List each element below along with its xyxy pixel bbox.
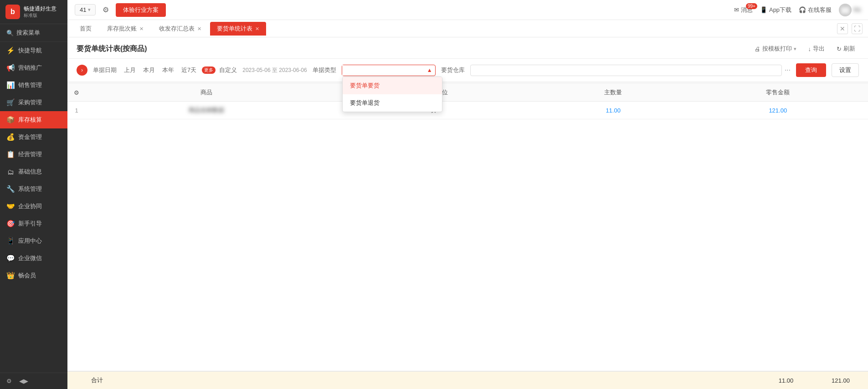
sidebar-settings-button[interactable]: ⚙	[6, 378, 12, 384]
filter-bar: › 单据日期 上月 本月 本年 近7天 更多 自定义 2023-05-06 至 …	[67, 59, 868, 82]
sidebar-item-quick-nav[interactable]: ⚡ 快捷导航	[0, 42, 67, 59]
service-label: 在线客服	[808, 6, 832, 14]
sidebar-logo: b 畅捷通好生意 标准版	[0, 0, 67, 24]
export-button[interactable]: ↓ 导出	[805, 43, 829, 55]
sidebar-item-apps[interactable]: 📱 应用中心	[0, 232, 67, 250]
user-menu-button[interactable]: ▓▓ Rit	[839, 4, 861, 16]
data-table: ⚙ 商品 主计量单位 主数量 零售金额 1 商品名称数据 块 11.00	[67, 84, 868, 119]
messages-button[interactable]: ✉ 消息 99+	[734, 6, 753, 14]
date-shortcuts: 上月 本月 本年 近7天 更多 自定义	[122, 65, 237, 75]
sidebar-item-guide[interactable]: 🎯 新手引导	[0, 215, 67, 232]
sidebar-item-marketing[interactable]: 📢 营销推广	[0, 59, 67, 77]
sidebar-item-label: 应用中心	[18, 237, 42, 245]
refresh-icon: ↻	[837, 46, 842, 52]
table-row: 1 商品名称数据 块 11.00 121.00	[67, 102, 868, 119]
tab-home-label: 首页	[80, 25, 92, 33]
store-selector[interactable]: 41 ▾	[75, 4, 96, 15]
close-all-tabs-button[interactable]: ✕	[837, 23, 848, 34]
filter-more-button[interactable]: ···	[785, 66, 791, 74]
date-this-year-button[interactable]: 本年	[160, 65, 176, 75]
sidebar-item-sales[interactable]: 📊 销售管理	[0, 77, 67, 94]
row-quantity[interactable]: 11.00	[539, 102, 688, 119]
sidebar-item-label: 采购管理	[18, 98, 42, 107]
dropdown-item-label: 要货单退货	[350, 99, 380, 106]
app-download-button[interactable]: 📱 App下载	[760, 6, 791, 14]
page-title: 要货单统计表(按商品)	[77, 44, 147, 54]
sidebar-item-label: 经营管理	[18, 150, 42, 159]
print-button[interactable]: 🖨 按模板打印 ▾	[751, 43, 800, 55]
guide-icon: 🎯	[6, 220, 15, 228]
sidebar-item-label: 新手引导	[18, 220, 42, 228]
sidebar-item-finance[interactable]: 💰 资金管理	[0, 128, 67, 146]
sidebar-item-cooperation[interactable]: 🤝 企业协同	[0, 198, 67, 215]
table-col-quantity: 主数量	[539, 84, 688, 102]
date-last-7-days-button[interactable]: 近7天	[180, 65, 198, 75]
tab-receive-send-close[interactable]: ✕	[197, 26, 201, 31]
query-button[interactable]: 查询	[796, 63, 826, 77]
user-avatar: ▓▓	[839, 4, 852, 16]
tab-requisition-stats[interactable]: 要货单统计表 ✕	[210, 22, 266, 36]
sidebar-search-label: 搜索菜单	[16, 29, 40, 37]
trial-button[interactable]: 体验行业方案	[116, 3, 166, 17]
sidebar-item-wechat[interactable]: 💬 企业微信	[0, 250, 67, 267]
date-this-month-button[interactable]: 本月	[141, 65, 157, 75]
table-col-product: 商品	[86, 84, 328, 102]
app-name-block: 畅捷通好生意 标准版	[24, 5, 56, 19]
sidebar-item-label: 库存核算	[18, 116, 42, 124]
dropdown-item-requisition-order[interactable]: 要货单要货	[343, 77, 442, 94]
download-icon: 📱	[760, 6, 767, 13]
type-select-input[interactable]	[342, 65, 424, 76]
apps-icon: 📱	[6, 237, 15, 245]
tab-requisition-stats-close[interactable]: ✕	[255, 26, 259, 31]
sidebar-item-search[interactable]: 🔍 搜索菜单	[0, 24, 67, 42]
sidebar-item-membership[interactable]: 👑 畅会员	[0, 267, 67, 284]
table-col-amount: 零售金额	[688, 84, 868, 102]
table-col-settings[interactable]: ⚙	[67, 84, 86, 102]
sidebar-collapse-button[interactable]: ◀▶	[19, 378, 28, 384]
date-last-month-button[interactable]: 上月	[122, 65, 138, 75]
product-name: 商品名称数据	[189, 107, 224, 113]
sidebar-item-basic[interactable]: 🗂 基础信息	[0, 163, 67, 180]
sidebar-item-label: 畅会员	[18, 271, 36, 280]
sidebar: b 畅捷通好生意 标准版 🔍 搜索菜单 ⚡ 快捷导航 📢 营销推广 📊 销售管理…	[0, 0, 67, 389]
main-area: 41 ▾ ⚙ 体验行业方案 ✉ 消息 99+ 📱 App下载 🎧 在线客服	[67, 0, 868, 389]
tab-inventory-batch-close[interactable]: ✕	[139, 26, 144, 31]
topbar-settings-button[interactable]: ⚙	[99, 4, 112, 16]
sidebar-item-system[interactable]: 🔧 系统管理	[0, 180, 67, 198]
tab-inventory-batch[interactable]: 库存批次账 ✕	[100, 22, 150, 36]
row-amount[interactable]: 121.00	[688, 102, 868, 119]
sidebar-item-inventory[interactable]: 📦 库存核算	[0, 111, 67, 128]
sidebar-item-label: 营销推广	[18, 64, 42, 72]
service-icon: 🎧	[799, 6, 806, 13]
filter-expand-button[interactable]: ›	[77, 65, 87, 76]
sidebar-item-label: 系统管理	[18, 185, 42, 193]
app-logo-icon: b	[5, 5, 20, 19]
warehouse-input[interactable]	[470, 65, 782, 76]
type-select-arrow[interactable]: ▲	[424, 65, 435, 75]
date-more-badge[interactable]: 更多	[202, 67, 216, 74]
sidebar-bottom: ⚙ ◀▶	[0, 373, 67, 389]
sidebar-item-label: 企业微信	[18, 254, 42, 262]
sidebar-item-label: 资金管理	[18, 133, 42, 141]
chevron-down-icon: ▾	[88, 7, 91, 13]
sales-icon: 📊	[6, 81, 15, 89]
print-icon: 🖨	[755, 46, 760, 52]
sidebar-item-operations[interactable]: 📋 经营管理	[0, 146, 67, 163]
sidebar-menu: ⚡ 快捷导航 📢 营销推广 📊 销售管理 🛒 采购管理 📦 库存核算 💰 资金管…	[0, 42, 67, 373]
set-button[interactable]: 设置	[832, 63, 859, 77]
date-range-display: 2023-05-06 至 2023-06-06	[242, 67, 307, 74]
summary-label: 合计	[86, 371, 704, 389]
finance-icon: 💰	[6, 133, 15, 141]
quick-nav-icon: ⚡	[6, 46, 15, 55]
maximize-button[interactable]: ⛶	[852, 23, 863, 34]
online-service-button[interactable]: 🎧 在线客服	[799, 6, 832, 14]
sidebar-item-purchase[interactable]: 🛒 采购管理	[0, 94, 67, 111]
refresh-button[interactable]: ↻ 刷新	[833, 43, 859, 55]
sidebar-item-label: 快捷导航	[18, 46, 42, 55]
tab-home[interactable]: 首页	[73, 22, 98, 36]
message-badge: 99+	[746, 3, 757, 9]
tab-receive-send-summary[interactable]: 收发存汇总表 ✕	[152, 22, 208, 36]
date-custom-button[interactable]: 自定义	[219, 66, 237, 74]
dropdown-item-requisition-return[interactable]: 要货单退货	[343, 94, 442, 112]
print-label: 按模板打印	[762, 45, 792, 53]
